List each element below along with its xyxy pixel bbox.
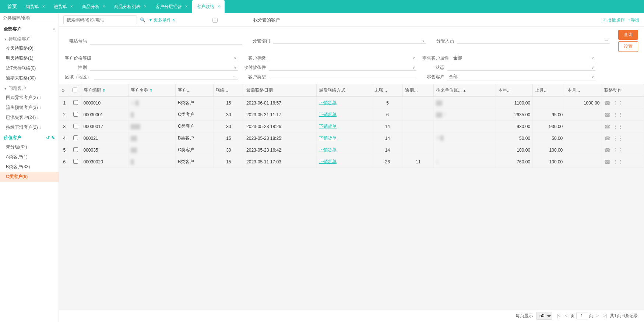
row-checkbox-cell[interactable]	[70, 121, 81, 132]
per-page-select[interactable]: 50	[536, 312, 552, 320]
row-name[interactable]: ██	[128, 144, 175, 156]
more-actions-icon[interactable]: ⋮⋮	[613, 159, 623, 165]
next-page-btn[interactable]: >	[595, 312, 600, 319]
close-tab-0-icon[interactable]: ✕	[42, 0, 45, 13]
row-checkbox-cell[interactable]	[70, 109, 81, 121]
sidebar-item-b-class[interactable]: B类客户(33)	[0, 162, 59, 172]
sidebar-section-pending[interactable]: ▼ 待联络客户	[0, 34, 59, 43]
select-all-checkbox[interactable]	[73, 88, 77, 92]
export-button[interactable]: ↑ 导出	[628, 17, 640, 23]
row-name[interactable]: ██	[128, 132, 175, 144]
more-actions-icon[interactable]: ⋮⋮	[613, 100, 623, 106]
retail-attr-select[interactable]: 全部 ∨	[452, 54, 595, 62]
sidebar-item-ungroup[interactable]: 未分组(32)	[0, 142, 59, 152]
my-customers-checkbox-label[interactable]: 我分管的客户	[178, 17, 280, 23]
customer-type-select[interactable]	[269, 76, 417, 78]
settings-icon[interactable]: ⚙	[61, 88, 65, 93]
status-select[interactable]: ∨	[447, 65, 595, 71]
close-tab-4-icon[interactable]: ✕	[185, 0, 188, 13]
contact-icon[interactable]: ☎	[604, 100, 610, 106]
row-checkbox-cell[interactable]	[70, 97, 81, 109]
contact-icon[interactable]: ☎	[604, 112, 610, 118]
customer-level-select[interactable]: ∨	[269, 55, 417, 61]
nav-tab-purchaseorder[interactable]: 进货单 ✕	[49, 0, 77, 13]
row-name[interactable]: 12█	[128, 97, 175, 109]
nav-tab-analysis-list[interactable]: 商品分析列表 ✕	[110, 0, 151, 13]
query-button[interactable]: 查询	[618, 30, 638, 40]
close-tab-1-icon[interactable]: ✕	[70, 0, 73, 13]
nav-home[interactable]: 首页	[3, 0, 21, 13]
sidebar-all-customers[interactable]: 全部客户 «	[0, 23, 59, 34]
nav-tab-salesorder[interactable]: 销货单 ✕	[21, 0, 49, 13]
close-tab-2-icon[interactable]: ✕	[102, 0, 105, 13]
sidebar-item-today[interactable]: 今天待联络(0)	[0, 43, 59, 53]
row-last-method[interactable]: 下销货单	[317, 97, 372, 109]
row-last-method[interactable]: 下销货单	[317, 132, 372, 144]
sidebar-item-overdue[interactable]: 逾期未联络(30)	[0, 73, 59, 83]
contact-icon[interactable]: ☎	[604, 159, 610, 165]
edit-icon[interactable]: ✎	[51, 135, 55, 141]
row-last-method[interactable]: 下销货单	[317, 109, 372, 121]
last-page-btn[interactable]: >|	[602, 312, 608, 319]
sidebar-item-tomorrow[interactable]: 明天待联络(1)	[0, 53, 59, 63]
row-name[interactable]: █	[128, 109, 175, 121]
col-checkbox[interactable]	[70, 84, 81, 97]
contact-icon[interactable]: ☎	[604, 135, 610, 141]
row-checkbox-cell[interactable]	[70, 144, 81, 156]
row-actions: ☎ ⋮⋮	[602, 109, 644, 121]
sidebar-item-churned[interactable]: 已流失客户(24) ℹ	[0, 113, 59, 123]
sidebar-section-problem[interactable]: ▼ 问题客户	[0, 83, 59, 93]
sidebar-item-c-class[interactable]: C类客户(6)	[0, 172, 59, 182]
nav-tab-analysis[interactable]: 商品分析 ✕	[77, 0, 110, 13]
row-checkbox[interactable]	[73, 100, 78, 105]
sidebar-item-churn-warning[interactable]: 流失预警客户(3) ℹ	[0, 103, 59, 113]
page-number-input[interactable]	[576, 312, 587, 319]
sidebar-item-repurchase-abnormal[interactable]: 回购异常客户(2) ℹ	[0, 93, 59, 103]
first-page-btn[interactable]: |<	[555, 312, 562, 319]
customer-value-select[interactable]: ∨	[94, 55, 238, 61]
nav-tab-customer-contact[interactable]: 客户联络 ✕	[192, 0, 225, 13]
my-customers-checkbox[interactable]	[178, 18, 252, 22]
contact-icon[interactable]: ☎	[604, 124, 610, 130]
set-button[interactable]: 设置	[618, 41, 638, 52]
retail-select[interactable]: 全部 ∨	[447, 73, 595, 81]
row-checkbox[interactable]	[73, 124, 78, 128]
row-name[interactable]: ███	[128, 121, 175, 132]
sidebar-item-a-class[interactable]: A类客户(1)	[0, 152, 59, 162]
nav-tab-customer-layered[interactable]: 客户分层经营 ✕	[151, 0, 192, 13]
region-select[interactable]: ···	[94, 74, 238, 80]
payment-select[interactable]: ∨	[269, 65, 417, 71]
more-actions-icon[interactable]: ⋮⋮	[613, 124, 623, 130]
more-actions-icon[interactable]: ⋮⋮	[613, 147, 623, 153]
phone-input[interactable]	[90, 38, 242, 45]
more-actions-icon[interactable]: ⋮⋮	[613, 112, 623, 118]
col-gear[interactable]: ⚙	[59, 84, 70, 97]
prev-page-btn[interactable]: <	[563, 312, 569, 319]
manager-select[interactable]: ···	[457, 38, 609, 44]
sidebar-item-7days[interactable]: 近7天待联络(0)	[0, 63, 59, 73]
row-checkbox-cell[interactable]	[70, 132, 81, 144]
batch-ops-button[interactable]: ☑ 批量操作	[602, 17, 625, 23]
more-actions-icon[interactable]: ⋮⋮	[613, 135, 623, 141]
search-input[interactable]	[63, 15, 137, 24]
search-button[interactable]: 🔍	[140, 17, 145, 22]
row-last-method[interactable]: 下销货单	[317, 156, 372, 168]
row-last-method[interactable]: 下销货单	[317, 121, 372, 132]
row-checkbox[interactable]	[73, 159, 78, 164]
sidebar-search-input[interactable]	[3, 15, 58, 21]
gender-select[interactable]: ∨	[90, 65, 238, 71]
dept-select[interactable]: ∨	[273, 38, 426, 44]
row-checkbox[interactable]	[73, 135, 78, 140]
contact-icon[interactable]: ☎	[604, 147, 610, 153]
row-checkbox[interactable]	[73, 112, 78, 117]
sidebar-section-value[interactable]: 价值客户 ↺ ✎	[0, 132, 59, 142]
row-last-method[interactable]: 下销货单	[317, 144, 372, 156]
close-tab-5-icon[interactable]: ✕	[217, 0, 220, 13]
sidebar-item-declining[interactable]: 持续下滑客户(2) ℹ	[0, 123, 59, 132]
row-checkbox[interactable]	[73, 147, 78, 152]
refresh-icon[interactable]: ↺	[46, 135, 50, 141]
more-conditions-button[interactable]: ▼ 更多条件 ∧	[148, 17, 175, 23]
row-name[interactable]: █	[128, 156, 175, 168]
close-tab-3-icon[interactable]: ✕	[144, 0, 147, 13]
row-checkbox-cell[interactable]	[70, 156, 81, 168]
